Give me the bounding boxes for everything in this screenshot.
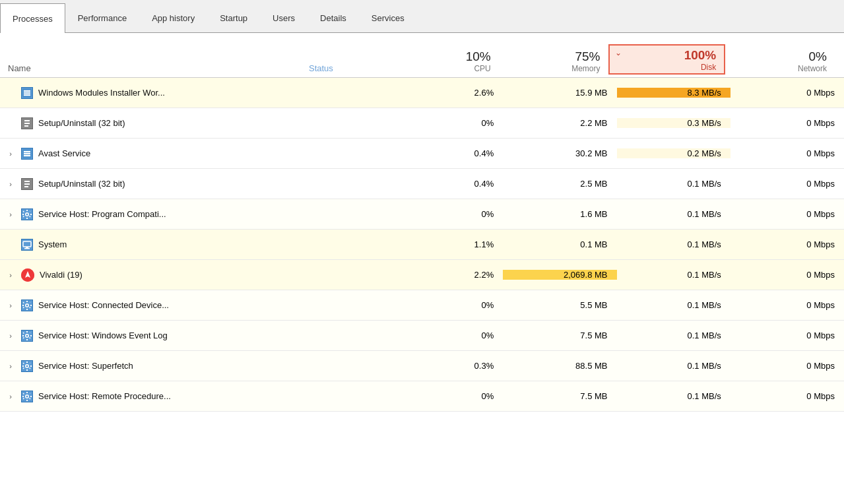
cell-network: 0 Mbps (730, 270, 844, 280)
cell-network: 0 Mbps (730, 209, 844, 219)
cell-cpu: 0% (389, 118, 503, 128)
cell-disk: 0.2 MB/s (617, 148, 730, 158)
cell-cpu: 0.4% (389, 148, 503, 158)
sort-arrow-icon: ⌄ (615, 48, 622, 57)
col-name-header[interactable]: Name (0, 63, 304, 75)
cell-cpu: 2.6% (389, 88, 503, 98)
cell-disk: 0.1 MB/s (617, 239, 730, 249)
table-row[interactable]: › Service Host: Program Compati... 0% 1.… (0, 199, 844, 230)
cell-disk: 0.1 MB/s (617, 270, 730, 280)
cell-memory: 2.2 MB (503, 118, 616, 128)
expand-button[interactable]: › (5, 362, 16, 370)
table-row[interactable]: › Service Host: Superfetch 0.3% 88.5 MB … (0, 351, 844, 381)
process-name: Service Host: Windows Event Log (38, 331, 168, 340)
cell-name: › Service Host: Program Compati... (0, 208, 304, 220)
cell-cpu: 0.4% (389, 179, 503, 189)
cell-name: Windows Modules Installer Wor... (0, 87, 304, 99)
cell-memory: 88.5 MB (503, 361, 616, 371)
table-row[interactable]: Setup/Uninstall (32 bit) 0% 2.2 MB 0.3 M… (0, 108, 844, 139)
service-icon (21, 87, 33, 99)
svg-rect-14 (24, 248, 30, 249)
cell-name: › Service Host: Superfetch (0, 360, 304, 372)
process-name: Service Host: Program Compati... (38, 209, 166, 219)
cell-disk: 0.1 MB/s (617, 331, 730, 340)
cell-disk: 8.3 MB/s (617, 88, 730, 98)
cell-network: 0 Mbps (730, 88, 844, 98)
service-icon (21, 148, 33, 160)
svg-rect-6 (24, 151, 30, 152)
expand-button[interactable]: › (5, 332, 16, 340)
tab-bar: Processes Performance App history Startu… (0, 0, 844, 33)
cell-cpu: 0.3% (389, 361, 503, 371)
table-row[interactable]: › Vivaldi (19) 2.2% 2,069.8 MB 0.1 MB/s … (0, 260, 844, 290)
expand-button[interactable]: › (5, 301, 16, 309)
expand-button[interactable]: › (5, 393, 16, 400)
svg-rect-3 (24, 94, 30, 96)
cell-name: › Service Host: Windows Event Log (0, 330, 304, 342)
cell-memory: 2.5 MB (503, 179, 616, 189)
cell-disk: 0.1 MB/s (617, 179, 730, 189)
cell-name: › Vivaldi (19) (0, 268, 304, 282)
table-row[interactable]: › Service Host: Connected Device... 0% 5… (0, 290, 844, 321)
cell-memory: 7.5 MB (503, 331, 616, 340)
system-icon (21, 239, 33, 251)
table-row[interactable]: Windows Modules Installer Wor... 2.6% 15… (0, 78, 844, 108)
table-row[interactable]: System 1.1% 0.1 MB 0.1 MB/s 0 Mbps (0, 230, 844, 260)
content-area: Name Status 10% CPU 75% Memory ⌄ 100% Di… (0, 33, 844, 504)
col-network-header[interactable]: 0% Network (725, 49, 835, 75)
gear-icon (21, 299, 33, 311)
cell-network: 0 Mbps (730, 331, 844, 340)
svg-rect-2 (24, 92, 30, 94)
expand-button[interactable]: › (5, 271, 16, 279)
cell-name: › Service Host: Connected Device... (0, 299, 304, 311)
process-name: Setup/Uninstall (32 bit) (38, 118, 125, 128)
col-cpu-header[interactable]: 10% CPU (389, 49, 499, 75)
cell-memory: 2,069.8 MB (503, 270, 616, 280)
tab-details[interactable]: Details (308, 3, 359, 32)
cell-cpu: 0% (389, 209, 503, 219)
tab-startup[interactable]: Startup (207, 3, 260, 32)
tab-services[interactable]: Services (359, 3, 417, 32)
process-name: Windows Modules Installer Wor... (38, 88, 165, 98)
col-memory-header[interactable]: 75% Memory (499, 49, 608, 75)
expand-button[interactable]: › (5, 210, 16, 218)
process-name: Service Host: Connected Device... (38, 300, 169, 310)
table-row[interactable]: › Avast Service 0.4% 30.2 MB 0.2 MB/s 0 … (0, 139, 844, 169)
expand-button[interactable]: › (5, 150, 16, 158)
gear-icon (21, 330, 33, 342)
install-icon (21, 117, 33, 129)
gear-icon (21, 208, 33, 220)
tab-users[interactable]: Users (260, 3, 308, 32)
cell-cpu: 1.1% (389, 239, 503, 249)
table-row[interactable]: › Service Host: Windows Event Log 0% 7.5… (0, 321, 844, 351)
tab-performance[interactable]: Performance (65, 3, 139, 32)
gear-icon (21, 360, 33, 372)
process-name: Vivaldi (19) (40, 270, 82, 280)
cell-memory: 5.5 MB (503, 300, 616, 310)
cell-cpu: 0% (389, 331, 503, 340)
svg-rect-1 (24, 90, 30, 92)
process-name: Avast Service (38, 148, 90, 158)
cell-name: › Setup/Uninstall (32 bit) (0, 178, 304, 190)
cell-memory: 0.1 MB (503, 239, 616, 249)
cell-network: 0 Mbps (730, 239, 844, 249)
svg-rect-8 (24, 155, 30, 156)
cell-cpu: 0% (389, 391, 503, 401)
cell-name: › Avast Service (0, 148, 304, 160)
cell-disk: 0.3 MB/s (617, 118, 730, 128)
expand-button[interactable]: › (5, 180, 16, 188)
tab-processes[interactable]: Processes (0, 3, 65, 33)
cell-cpu: 0% (389, 300, 503, 310)
col-disk-header[interactable]: ⌄ 100% Disk (608, 44, 726, 75)
svg-rect-7 (24, 153, 30, 154)
tab-app-history[interactable]: App history (139, 3, 207, 32)
column-headers: Name Status 10% CPU 75% Memory ⌄ 100% Di… (0, 33, 844, 78)
col-status-header[interactable]: Status (304, 63, 389, 75)
process-table[interactable]: Windows Modules Installer Wor... 2.6% 15… (0, 78, 844, 504)
table-row[interactable]: › Service Host: Remote Procedure... 0% 7… (0, 381, 844, 412)
table-row[interactable]: › Setup/Uninstall (32 bit) 0.4% 2.5 MB 0… (0, 169, 844, 199)
cell-name: System (0, 239, 304, 251)
cell-network: 0 Mbps (730, 118, 844, 128)
process-name: System (38, 239, 67, 249)
cell-name: › Service Host: Remote Procedure... (0, 391, 304, 402)
